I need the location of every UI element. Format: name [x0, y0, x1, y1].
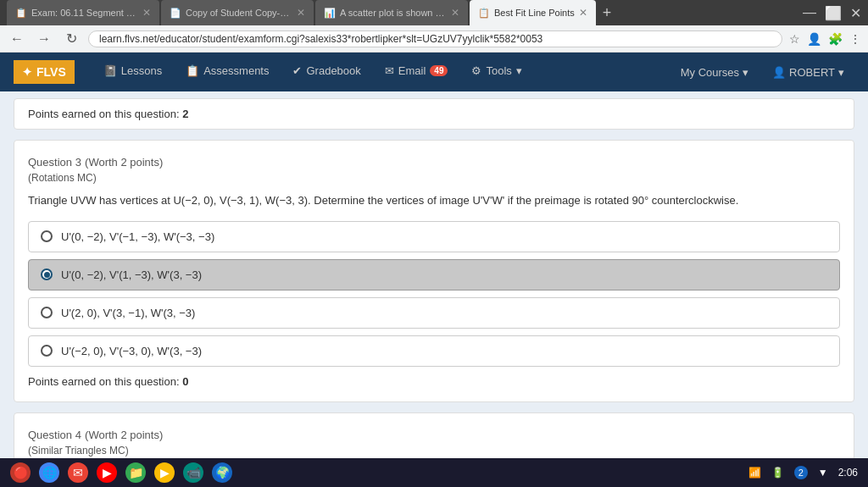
radio-b — [41, 268, 53, 280]
taskbar-right: 📶 🔋 2 ▼ 2:06 — [748, 466, 858, 479]
account-icon[interactable]: 👤 — [807, 32, 821, 46]
flvs-logo-text: FLVS — [36, 65, 66, 79]
taskbar-notification-badge: 2 — [794, 466, 808, 479]
taskbar-battery-icon: 🔋 — [771, 467, 784, 479]
radio-c — [41, 307, 53, 318]
lessons-icon: 📓 — [103, 64, 117, 77]
tab-label-exam: Exam: 06.11 Segment Two Exa... — [31, 8, 138, 18]
answer-option-c[interactable]: U'(2, 0), V'(3, −1), W'(3, −3) — [28, 297, 840, 329]
question-3-number: Question 3 — [28, 156, 81, 169]
my-courses-chevron: ▾ — [743, 66, 748, 79]
taskbar-mail-icon[interactable]: ✉ — [68, 462, 88, 483]
q3-points-label: Points earned on this question: — [28, 375, 180, 388]
radio-d — [41, 345, 53, 357]
flvs-logo[interactable]: ✦ FLVS — [14, 60, 75, 84]
question-3-worth: (Worth 2 points) — [85, 156, 163, 169]
tools-label: Tools — [486, 64, 511, 77]
answer-option-d[interactable]: U'(−2, 0), V'(−3, 0), W'(3, −3) — [28, 335, 840, 367]
taskbar-time: 2:06 — [838, 467, 858, 479]
reload-button[interactable]: ↻ — [61, 30, 81, 47]
browser-chrome: 📋 Exam: 06.11 Segment Two Exa... ✕ 📄 Cop… — [0, 0, 868, 25]
tab-close-bestfit[interactable]: ✕ — [579, 7, 587, 19]
nav-assessments[interactable]: 📋 Assessments — [174, 53, 281, 91]
email-icon: ✉ — [385, 64, 394, 77]
tab-label-copy: Copy of Student Copy-Math Tes... — [186, 8, 292, 18]
tab-icon-copy: 📄 — [170, 8, 181, 19]
forward-button[interactable]: → — [34, 31, 54, 47]
nav-lessons[interactable]: 📓 Lessons — [92, 53, 174, 91]
question-3-text: Triangle UVW has vertices at U(−2, 0), V… — [28, 192, 840, 209]
q3-points-value: 0 — [182, 375, 188, 388]
new-tab-button[interactable]: + — [598, 0, 617, 25]
user-chevron: ▾ — [838, 66, 844, 79]
address-bar: ← → ↻ learn.flvs.net/educator/student/ex… — [0, 25, 868, 53]
points-bar-value: 2 — [182, 108, 188, 120]
taskbar: 🔴 🌐 ✉ ▶ 📁 ▶ 📹 🌍 📶 🔋 2 ▼ 2:06 — [0, 458, 868, 487]
menu-icon[interactable]: ⋮ — [849, 32, 861, 46]
taskbar-play-icon[interactable]: ▶ — [154, 462, 175, 483]
user-icon: 👤 — [772, 66, 786, 79]
user-label: ROBERT — [789, 66, 835, 79]
nav-email[interactable]: ✉ Email 49 — [373, 53, 460, 91]
taskbar-files-icon[interactable]: 📁 — [125, 462, 146, 483]
gradebook-label: Gradebook — [306, 64, 360, 77]
question-4-number: Question 4 — [28, 429, 81, 441]
taskbar-chrome-icon[interactable]: 🌐 — [39, 462, 59, 483]
question-3-title: Question 3 (Worth 2 points) — [28, 154, 840, 169]
answer-option-a-text: U'(0, −2), V'(−1, −3), W'(−3, −3) — [61, 230, 214, 243]
answer-option-c-text: U'(2, 0), V'(3, −1), W'(3, −3) — [61, 307, 195, 319]
close-icon[interactable]: ✕ — [850, 5, 861, 21]
question-4-title: Question 4 (Worth 2 points) — [28, 427, 840, 441]
nav-gradebook[interactable]: ✔ Gradebook — [281, 53, 372, 91]
my-courses-dropdown[interactable]: My Courses ▾ — [670, 53, 759, 91]
assessments-label: Assessments — [203, 64, 269, 77]
extensions-icon[interactable]: 🧩 — [828, 32, 843, 46]
tab-icon-scatter: 📊 — [324, 8, 336, 19]
tools-icon: ⚙ — [471, 64, 481, 77]
taskbar-left: 🔴 🌐 ✉ ▶ 📁 ▶ 📹 🌍 — [10, 462, 232, 483]
maximize-icon[interactable]: ⬜ — [825, 5, 842, 21]
tab-close-copy[interactable]: ✕ — [297, 7, 305, 19]
lessons-label: Lessons — [121, 64, 162, 77]
tab-exam[interactable]: 📋 Exam: 06.11 Segment Two Exa... ✕ — [7, 0, 159, 25]
main-content: Points earned on this question: 2 Questi… — [0, 91, 868, 458]
bookmark-icon[interactable]: ☆ — [789, 32, 800, 46]
flvs-logo-icon: ✦ — [22, 65, 32, 79]
taskbar-earth-icon[interactable]: 🌍 — [212, 462, 232, 483]
tab-bar: 📋 Exam: 06.11 Segment Two Exa... ✕ 📄 Cop… — [7, 0, 798, 25]
tools-chevron: ▾ — [516, 64, 522, 77]
nav-items: 📓 Lessons 📋 Assessments ✔ Gradebook ✉ Em… — [92, 53, 670, 91]
question-3-category: (Rotations MC) — [28, 172, 840, 184]
email-badge: 49 — [430, 65, 448, 76]
tab-icon-bestfit: 📋 — [478, 8, 490, 19]
back-button[interactable]: ← — [7, 31, 27, 47]
assessments-icon: 📋 — [186, 64, 199, 77]
question-4-worth: (Worth 2 points) — [85, 429, 163, 441]
tab-scatter[interactable]: 📊 A scatter plot is shown on the c... ✕ — [315, 0, 468, 25]
answer-option-a[interactable]: U'(0, −2), V'(−1, −3), W'(−3, −3) — [28, 221, 840, 252]
question-4-category: (Similar Triangles MC) — [28, 445, 840, 457]
minimize-icon[interactable]: — — [803, 5, 816, 20]
tab-bestfit[interactable]: 📋 Best Fit Line Points ✕ — [470, 0, 596, 25]
answer-option-b[interactable]: U'(0, −2), V'(1, −3), W'(3, −3) — [28, 259, 840, 291]
taskbar-app-icon[interactable]: 🔴 — [10, 462, 31, 483]
tab-close-scatter[interactable]: ✕ — [451, 7, 459, 19]
answer-option-b-text: U'(0, −2), V'(1, −3), W'(3, −3) — [61, 268, 202, 281]
browser-toolbar-icons: ☆ 👤 🧩 ⋮ — [789, 32, 861, 46]
tab-icon-exam: 📋 — [15, 8, 27, 19]
tab-copy[interactable]: 📄 Copy of Student Copy-Math Tes... ✕ — [161, 0, 314, 25]
gradebook-icon: ✔ — [292, 64, 302, 77]
taskbar-youtube-icon[interactable]: ▶ — [97, 462, 117, 483]
url-input[interactable]: learn.flvs.net/educator/student/examform… — [88, 30, 782, 47]
points-bar-q2: Points earned on this question: 2 — [14, 98, 854, 130]
nav-tools[interactable]: ⚙ Tools ▾ — [459, 53, 533, 91]
tab-label-bestfit: Best Fit Line Points — [494, 8, 575, 18]
flvs-navbar: ✦ FLVS 📓 Lessons 📋 Assessments ✔ Gradebo… — [0, 53, 868, 91]
taskbar-meet-icon[interactable]: 📹 — [183, 462, 203, 483]
taskbar-arrow-icon: ▼ — [818, 467, 828, 479]
radio-a — [41, 230, 53, 242]
question-4-card: Question 4 (Worth 2 points) (Similar Tri… — [14, 412, 854, 459]
user-dropdown[interactable]: 👤 ROBERT ▾ — [762, 53, 854, 91]
taskbar-wifi-icon: 📶 — [748, 467, 761, 479]
tab-close-exam[interactable]: ✕ — [142, 7, 151, 19]
